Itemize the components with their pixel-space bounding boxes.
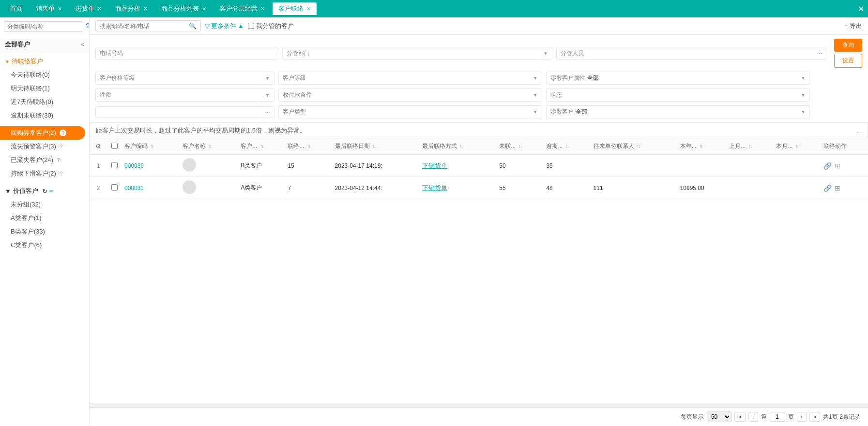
tab-home[interactable]: 首页 (4, 2, 28, 15)
filter-search-box[interactable]: 🔍 (95, 20, 201, 31)
sidebar-item-repeat-purchase-abnormal[interactable]: 回购异常客户(2) ? (0, 126, 85, 140)
price-level-dropdown-icon[interactable]: ▼ (265, 75, 270, 81)
sidebar-item-7days-pending[interactable]: 近7天待联络(0) (0, 95, 89, 109)
filter-payment-terms[interactable]: 收付款条件 ▼ (278, 88, 542, 102)
sidebar-item-class-a[interactable]: A类客户(1) (0, 211, 89, 225)
manager-dots-icon[interactable]: ··· (817, 50, 822, 57)
status-dropdown-icon[interactable]: ▼ (801, 92, 806, 98)
tab-customer-segmentation[interactable]: 客户分层经营 ✕ (214, 2, 271, 15)
close-product-analysis-list-icon[interactable]: ✕ (202, 6, 206, 12)
sidebar-item-ungroup[interactable]: 未分组(32) (0, 198, 89, 211)
pending-contact-group-title[interactable]: ▼ 待联络客户 (0, 55, 89, 68)
link-action-icon[interactable]: 🔗 (823, 162, 832, 170)
dept-dropdown-icon[interactable]: ▼ (543, 51, 548, 56)
sidebar-search-input[interactable] (4, 21, 83, 32)
sort-icon[interactable]: ⇅ (699, 144, 703, 149)
tab-sales-order[interactable]: 销售单 ✕ (30, 2, 68, 15)
close-customer-segmentation-icon[interactable]: ✕ (260, 6, 265, 12)
sort-icon[interactable]: ⇅ (260, 144, 264, 149)
sort-icon[interactable]: ⇅ (565, 144, 569, 149)
grid-action-icon[interactable]: ⊞ (835, 184, 840, 192)
cell-last-contact-method[interactable]: 下销货单 (419, 155, 496, 177)
filter-phone[interactable]: 电话号码 (95, 47, 278, 60)
filter-retail-attribute[interactable]: 零散客户属性 全部 ▼ (546, 72, 810, 85)
sort-icon[interactable]: ⇅ (208, 144, 212, 149)
sidebar-search-button[interactable]: 🔍 (85, 23, 90, 30)
payment-terms-dropdown-icon[interactable]: ▼ (533, 92, 538, 98)
collapse-icon[interactable]: « (81, 41, 84, 48)
page-number-input[interactable] (770, 412, 785, 422)
sidebar-item-lost-customers[interactable]: 已流失客户(24) ? (0, 153, 89, 167)
col-gear[interactable]: ⚙ (90, 138, 107, 155)
filter-dept[interactable]: 分管部门 ▼ (282, 47, 552, 60)
sort-icon[interactable]: ⇅ (150, 144, 154, 149)
nature-dropdown-icon[interactable]: ▼ (265, 92, 270, 98)
sidebar-item-declining-customers[interactable]: 持续下滑客户(2) ? (0, 167, 89, 180)
select-all-checkbox[interactable] (111, 143, 118, 149)
more-conditions-button[interactable]: ▽ 更多条件 ▲ (205, 22, 244, 30)
sort-icon[interactable]: ⇅ (748, 144, 752, 149)
query-button[interactable]: 查询 (834, 39, 862, 52)
tooltip-dots-button[interactable]: ... (856, 127, 862, 134)
value-customer-group-title[interactable]: ▼ 价值客户 ↻ ✏ (0, 184, 89, 198)
cell-checkbox[interactable] (107, 177, 122, 199)
my-customers-checkbox[interactable] (248, 23, 254, 29)
sort-icon[interactable]: ⇅ (637, 144, 640, 149)
next-page-button[interactable]: › (797, 412, 807, 422)
retail-customer-dropdown-icon[interactable]: ▼ (801, 109, 806, 115)
extra-dots-icon[interactable]: ··· (265, 109, 270, 116)
filter-nature[interactable]: 性质 ▼ (95, 88, 274, 102)
customer-type-dropdown-icon[interactable]: ▼ (533, 109, 538, 115)
search-input[interactable] (100, 23, 187, 29)
repeat-purchase-group: 回购异常客户(2) ? 流失预警客户(3) ? 已流失客户(24) ? 持续下滑… (0, 124, 89, 182)
page-size-select[interactable]: 50 20 100 (707, 411, 731, 422)
sidebar-item-overdue-contact[interactable]: 逾期未联络(30) (0, 109, 89, 122)
sidebar-item-class-b[interactable]: B类客户(33) (0, 225, 89, 238)
refresh-icon[interactable]: ↻ (42, 188, 47, 195)
sort-icon[interactable]: ⇅ (795, 144, 799, 149)
cell-last-contact-method[interactable]: 下销货单 (419, 177, 496, 199)
all-customers-title[interactable]: 全部客户 « (0, 36, 89, 53)
customer-level-dropdown-icon[interactable]: ▼ (533, 75, 538, 81)
sort-icon[interactable]: ⇅ (307, 144, 311, 149)
edit-icon[interactable]: ✏ (49, 188, 54, 194)
close-customer-contact-icon[interactable]: ✕ (306, 6, 311, 12)
filter-action-buttons: 查询 设置 (834, 39, 862, 68)
link-action-icon[interactable]: 🔗 (823, 184, 832, 192)
filter-dots[interactable]: ··· (95, 106, 274, 118)
sidebar-item-class-c[interactable]: C类客户(6) (0, 238, 89, 252)
sort-icon[interactable]: ⇅ (518, 144, 522, 149)
tab-customer-contact[interactable]: 客户联络 ✕ (273, 2, 317, 15)
sidebar-item-tomorrow-pending[interactable]: 明天待联络(1) (0, 82, 89, 95)
filter-retail-customer[interactable]: 零散客户 全部 ▼ (546, 105, 810, 118)
close-purchase-order-icon[interactable]: ✕ (97, 6, 102, 12)
grid-action-icon[interactable]: ⊞ (835, 162, 840, 170)
last-page-button[interactable]: » (809, 412, 821, 422)
retail-attribute-dropdown-icon[interactable]: ▼ (801, 75, 806, 81)
export-button[interactable]: ↑ 导出 (845, 22, 863, 30)
filter-customer-type[interactable]: 客户类型 ▼ (278, 105, 542, 118)
sidebar-item-today-pending[interactable]: 今天待联络(0) (0, 68, 89, 82)
my-customers-checkbox-label[interactable]: 我分管的客户 (248, 22, 294, 30)
close-sales-order-icon[interactable]: ✕ (58, 6, 62, 12)
prev-page-button[interactable]: ‹ (748, 412, 758, 422)
sort-icon[interactable]: ⇅ (459, 144, 463, 149)
filter-manager[interactable]: 分管人员 ··· (556, 47, 826, 60)
filter-status[interactable]: 状态 ▼ (546, 88, 810, 102)
close-product-analysis-icon[interactable]: ✕ (143, 6, 148, 12)
gear-icon[interactable]: ⚙ (95, 143, 101, 150)
col-checkbox[interactable] (107, 138, 122, 155)
sort-icon[interactable]: ⇅ (372, 144, 376, 149)
close-all-tabs-button[interactable]: ✕ (858, 4, 864, 14)
tab-product-analysis-list[interactable]: 商品分析列表 ✕ (155, 2, 212, 15)
cell-checkbox[interactable] (107, 155, 122, 177)
filter-customer-level[interactable]: 客户等级 ▼ (278, 72, 542, 85)
filter-price-level[interactable]: 客户价格等级 ▼ (95, 72, 274, 85)
settings-button[interactable]: 设置 (834, 54, 862, 68)
sidebar-item-lost-pre-customers[interactable]: 流失预警客户(3) ? (0, 140, 89, 153)
first-page-button[interactable]: « (734, 412, 746, 422)
tab-product-analysis[interactable]: 商品分析 ✕ (109, 2, 153, 15)
price-level-label: 客户价格等级 (100, 74, 135, 82)
tab-purchase-order[interactable]: 进货单 ✕ (70, 2, 107, 15)
horizontal-scrollbar[interactable] (90, 403, 868, 407)
